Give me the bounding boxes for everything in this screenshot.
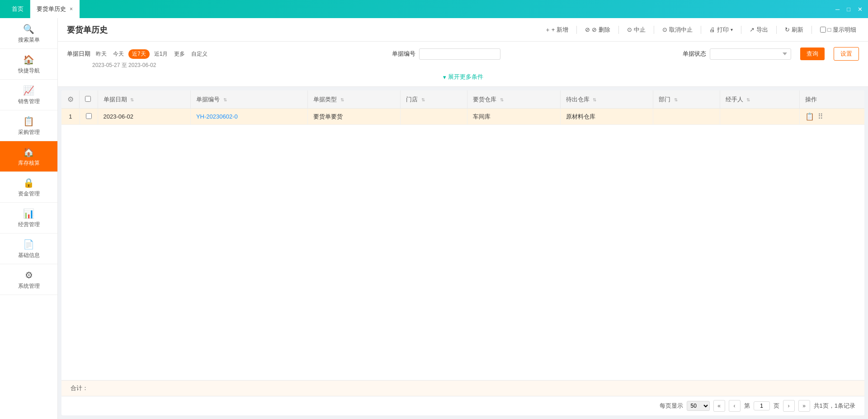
refresh-icon: ↻ [785,26,790,33]
first-page-button[interactable]: « [713,400,725,412]
export-icon: ↗ [750,26,755,33]
prev-page-button[interactable]: ‹ [729,400,741,412]
window-maximize[interactable]: □ [847,6,850,13]
cell-pending-warehouse: 原材料仓库 [560,109,653,125]
sidebar-item-sales[interactable]: 📈 销售管理 [0,80,57,110]
divider-4 [701,26,701,34]
tab-yaohuodan[interactable]: 要货单历史 × [30,0,80,18]
sidebar-item-system[interactable]: ⚙ 系统管理 [0,264,57,295]
prev-page-icon: ‹ [734,403,736,409]
more-icon[interactable]: ⠿ [818,112,823,121]
sort-pending-warehouse-icon[interactable]: ⇅ [593,97,596,102]
operation-icon: 📊 [23,209,34,218]
page-title: 要货单历史 [67,24,108,35]
search-icon: 🔍 [23,24,34,33]
next-page-button[interactable]: › [783,400,795,412]
per-page-select[interactable]: 50 20 100 [687,401,710,411]
sidebar-item-inventory[interactable]: 🏠 库存核算 [0,141,57,172]
window-minimize[interactable]: ─ [835,6,840,13]
page-label-2: 页 [774,402,779,410]
edit-icon[interactable]: 📋 [805,112,814,121]
sort-store-icon[interactable]: ⇅ [421,97,425,102]
expand-more-button[interactable]: ▾ 展开更多条件 [67,73,859,81]
cell-type: 要货单要货 [307,109,400,125]
sidebar-item-search[interactable]: 🔍 搜索菜单 [0,18,57,49]
cell-number: YH-20230602-0 [190,109,307,125]
sidebar-item-shortcut[interactable]: 🏠 快捷导航 [0,49,57,80]
select-all-checkbox[interactable] [85,96,91,102]
sort-department-icon[interactable]: ⇅ [674,97,678,102]
basic-icon: 📄 [23,240,34,249]
export-button[interactable]: ↗ 导出 [747,24,771,36]
settings-button[interactable]: 设置 [834,47,859,61]
toolbar: ＋ + 新增 ⊘ ⊘ 删除 ⊙ 中止 ⊙ 取消中止 [542,24,859,36]
doc-number-filter-group: 单据编号 [392,48,500,60]
th-check [80,90,98,109]
th-store: 门店 ⇅ [401,90,467,109]
stop-button[interactable]: ⊙ 中止 [624,24,648,36]
clipboard-icon: 📋 [23,117,34,126]
doc-number-input[interactable] [419,48,500,60]
display-detail-button[interactable]: □ 显示明细 [817,24,859,36]
sidebar-label-inventory: 库存核算 [18,159,40,167]
last-page-icon: » [802,403,806,409]
sidebar-label-finance: 资金管理 [18,190,40,198]
cell-handler [720,109,800,125]
sort-handler-icon[interactable]: ⇅ [746,97,750,102]
tab-home[interactable]: 首页 [5,0,30,18]
summary-bar: 合计： [61,380,864,396]
date-custom-btn[interactable]: 自定义 [189,49,209,59]
date-today-btn[interactable]: 今天 [111,49,126,59]
chevron-down-icon: ▾ [443,74,446,81]
date-7days-btn[interactable]: 近7天 [128,49,150,59]
window-controls: ─ □ ✕ [835,6,863,13]
th-req-warehouse: 要货仓库 ⇅ [467,90,560,109]
sort-number-icon[interactable]: ⇅ [223,97,227,102]
refresh-button[interactable]: ↻ 刷新 [782,24,806,36]
sidebar-item-basic[interactable]: 📄 基础信息 [0,233,57,264]
sidebar-item-operation[interactable]: 📊 经营管理 [0,203,57,233]
divider-1 [576,26,577,34]
divider-6 [776,26,777,34]
table-settings-icon[interactable]: ⚙ [67,95,74,104]
date-1month-btn[interactable]: 近1月 [152,49,170,59]
filter-row-1: 单据日期 昨天 今天 近7天 近1月 更多 自定义 单据编号 [67,47,859,61]
new-button[interactable]: ＋ + 新增 [542,24,571,36]
sidebar-label-operation: 经营管理 [18,221,40,229]
delete-icon: ⊘ [585,26,590,33]
cell-num: 1 [61,109,80,125]
date-quick-buttons: 昨天 今天 近7天 近1月 更多 自定义 [94,49,209,59]
last-page-button[interactable]: » [798,400,810,412]
page-header: 要货单历史 ＋ + 新增 ⊘ ⊘ 删除 ⊙ 中止 ⊙ [58,18,868,42]
cell-date: 2023-06-02 [98,109,190,125]
display-detail-checkbox[interactable] [820,27,826,33]
date-more-btn[interactable]: 更多 [172,49,187,59]
cancel-stop-button[interactable]: ⊙ 取消中止 [660,24,695,36]
doc-number-link[interactable]: YH-20230602-0 [196,113,238,120]
delete-button[interactable]: ⊘ ⊘ 删除 [582,24,613,36]
pagination-bar: 每页显示 50 20 100 « ‹ 第 页 › [61,396,864,415]
tab-close-icon[interactable]: × [70,6,73,12]
sidebar-item-finance[interactable]: 🔒 资金管理 [0,172,57,203]
row-checkbox[interactable] [86,113,92,119]
query-button[interactable]: 查询 [800,48,825,60]
th-date: 单据日期 ⇅ [98,90,190,109]
action-icons: 📋 ⠿ [805,112,859,121]
date-yesterday-btn[interactable]: 昨天 [94,49,108,59]
sidebar-label-system: 系统管理 [18,282,40,290]
print-button[interactable]: 🖨 打印 ▾ [707,24,736,36]
page-number-input[interactable] [754,401,770,410]
window-close[interactable]: ✕ [858,6,863,13]
sidebar-label-search: 搜索菜单 [18,36,40,44]
sort-date-icon[interactable]: ⇅ [130,97,134,102]
per-page-label: 每页显示 [660,402,683,410]
sidebar-label-basic: 基础信息 [18,252,40,259]
table-row: 1 2023-06-02 YH-20230602-0 [61,109,864,125]
doc-status-select[interactable] [710,48,791,60]
sort-req-warehouse-icon[interactable]: ⇅ [500,97,504,102]
sidebar-item-purchase[interactable]: 📋 采购管理 [0,110,57,141]
stop-icon: ⊙ [627,26,632,33]
sidebar-label-purchase: 采购管理 [18,129,40,136]
sort-type-icon[interactable]: ⇅ [340,97,344,102]
divider-7 [811,26,812,34]
